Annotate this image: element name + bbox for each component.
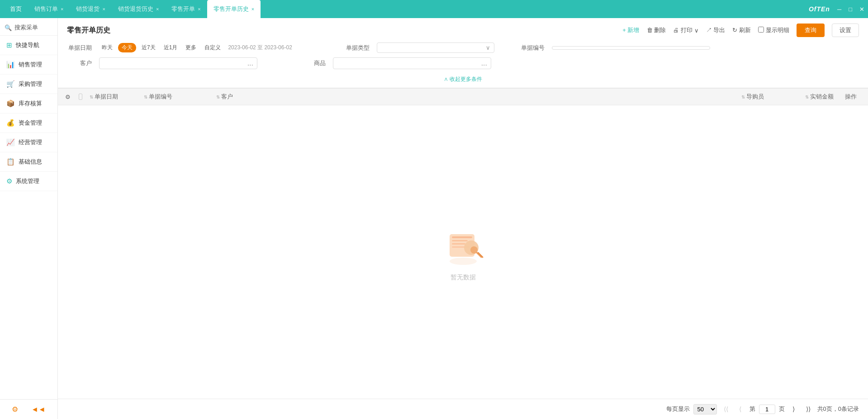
- current-page-input[interactable]: [759, 405, 775, 414]
- sidebar-item-system[interactable]: ⚙系统管理: [0, 172, 57, 191]
- table-header: ⚙ ⇅ 单据日期 ⇅ 单据编号 ⇅ 客户 ⇅ 导购员: [58, 88, 868, 105]
- sidebar-label-inventory: 库存核算: [19, 99, 42, 108]
- maximize-btn[interactable]: □: [849, 6, 852, 13]
- sidebar-item-inventory[interactable]: 📦库存核算: [0, 94, 57, 113]
- tab-close-sales-return[interactable]: ×: [102, 6, 105, 12]
- th-guide[interactable]: ⇅ 导购员: [738, 93, 783, 101]
- sidebar-settings-icon[interactable]: ⚙: [12, 405, 18, 414]
- sidebar-icon-inventory: 📦: [6, 99, 15, 108]
- add-button[interactable]: + 新增: [622, 26, 639, 34]
- sidebar-label-purchase-mgmt: 采购管理: [19, 80, 42, 88]
- sidebar-search[interactable]: 🔍 搜索采单: [0, 18, 57, 36]
- prev-page-btn[interactable]: ⟨: [735, 404, 746, 414]
- delete-button[interactable]: 🗑 删除: [647, 26, 666, 34]
- tab-close-sales-order[interactable]: ×: [61, 6, 63, 12]
- per-page-select[interactable]: 50 10 20 100: [693, 404, 717, 414]
- tab-sales-return[interactable]: 销货退货×: [70, 0, 111, 18]
- sidebar-icon-finance: 💰: [6, 119, 15, 127]
- per-page-label: 每页显示: [666, 405, 690, 413]
- sidebar-label-system: 系统管理: [16, 177, 39, 185]
- sidebar-item-purchase-mgmt[interactable]: 🛒采购管理: [0, 75, 57, 94]
- minimize-btn[interactable]: ─: [837, 6, 841, 13]
- table-area: ⚙ ⇅ 单据日期 ⇅ 单据编号 ⇅ 客户 ⇅ 导购员: [58, 88, 868, 399]
- th-sn[interactable]: ⇅ 单据编号: [140, 93, 213, 101]
- tab-sales-order[interactable]: 销售订单×: [28, 0, 70, 18]
- sort-icon-customer: ⇅: [216, 94, 220, 99]
- sidebar-item-quick-nav[interactable]: ⊞快捷导航: [0, 36, 57, 55]
- bill-no-input[interactable]: [552, 46, 710, 50]
- sort-icon-guide: ⇅: [741, 94, 745, 99]
- tab-retail-open-history[interactable]: 零售开单历史×: [207, 0, 261, 18]
- svg-rect-4: [452, 243, 465, 245]
- pagination: 每页显示 50 10 20 100 ⟨⟨ ⟨ 第 页 ⟩ ⟩⟩ 共0页，0条记录: [58, 399, 868, 419]
- export-button[interactable]: ↗ 导出: [706, 26, 726, 34]
- tab-close-retail-open-history[interactable]: ×: [251, 6, 254, 12]
- th-amount[interactable]: ⇅ 实销金额: [783, 93, 837, 101]
- svg-rect-2: [452, 236, 472, 238]
- date-opt-today[interactable]: 今天: [118, 43, 136, 52]
- sidebar-icon-purchase-mgmt: 🛒: [6, 80, 15, 88]
- th-sn-label: 单据编号: [149, 93, 172, 101]
- close-btn[interactable]: ✕: [859, 6, 864, 13]
- page-label: 页: [779, 405, 785, 413]
- th-action: 操作: [837, 93, 864, 101]
- tab-sales-return-history[interactable]: 销货退货历史×: [112, 0, 165, 18]
- next-page-btn[interactable]: ⟩: [788, 404, 799, 414]
- collapse-bar[interactable]: ∧ 收起更多条件: [67, 74, 859, 88]
- sidebar-icon-system: ⚙: [6, 177, 12, 185]
- date-label: 单据日期: [67, 44, 92, 52]
- th-setting[interactable]: ⚙: [62, 94, 75, 100]
- sidebar-label-sales-mgmt: 销售管理: [19, 61, 42, 69]
- sort-icon-date: ⇅: [90, 94, 93, 99]
- sidebar-icon-basic-info: 📋: [6, 158, 15, 166]
- tab-home[interactable]: 首页: [4, 0, 28, 18]
- sidebar-item-sales-mgmt[interactable]: 📊销售管理: [0, 55, 57, 75]
- first-page-btn[interactable]: ⟨⟨: [721, 404, 731, 414]
- th-date[interactable]: ⇅ 单据日期: [86, 93, 140, 101]
- tab-close-retail-open[interactable]: ×: [198, 6, 200, 12]
- header-checkbox[interactable]: [79, 94, 82, 100]
- tab-close-sales-return-history[interactable]: ×: [156, 6, 159, 12]
- date-opt-custom[interactable]: 自定义: [202, 43, 223, 52]
- last-page-btn[interactable]: ⟩⟩: [803, 404, 814, 414]
- date-opt-1month[interactable]: 近1月: [161, 43, 180, 52]
- sidebar-item-basic-info[interactable]: 📋基础信息: [0, 152, 57, 172]
- bill-no-label: 单据编号: [520, 44, 545, 52]
- display-detail-label: 显示明细: [766, 26, 789, 34]
- query-button[interactable]: 查询: [797, 24, 825, 37]
- tab-retail-open[interactable]: 零售开单×: [165, 0, 207, 18]
- print-button[interactable]: 🖨 打印 ∨: [673, 26, 699, 34]
- customer-label: 客户: [67, 59, 92, 67]
- date-opt-yesterday[interactable]: 昨天: [99, 43, 115, 52]
- search-icon: 🔍: [5, 24, 12, 31]
- sidebar-collapse-icon[interactable]: ◄◄: [31, 405, 46, 414]
- th-checkbox[interactable]: [75, 94, 86, 100]
- customer-input[interactable]: ...: [99, 57, 257, 69]
- refresh-button[interactable]: ↻ 刷新: [732, 26, 751, 34]
- total-text: 共0页，0条记录: [817, 405, 859, 413]
- sidebar-search-label: 搜索采单: [14, 24, 38, 32]
- brand-text: OfTEn: [809, 5, 830, 13]
- content-area: 零售开单历史 + 新增 🗑 删除 🖨 打印 ∨ ↗ 导出 ↻ 刷新 显示明细 查…: [58, 18, 868, 419]
- page-word: 第: [749, 405, 755, 413]
- goods-label: 商品: [301, 59, 326, 67]
- sidebar-icon-business: 📈: [6, 138, 15, 146]
- sidebar-item-finance[interactable]: 💰资金管理: [0, 113, 57, 133]
- goods-expand-icon[interactable]: ...: [481, 59, 487, 67]
- empty-state: 暂无数据: [58, 105, 868, 399]
- date-opt-more[interactable]: 更多: [183, 43, 199, 52]
- sidebar-item-business[interactable]: 📈经营管理: [0, 133, 57, 152]
- display-detail-checkbox[interactable]: [758, 27, 764, 34]
- sidebar-label-finance: 资金管理: [19, 119, 42, 127]
- setting-button[interactable]: 设置: [832, 24, 859, 37]
- filter-row-2: 客户 ... 商品 ...: [67, 57, 859, 69]
- sort-icon-amount: ⇅: [805, 94, 809, 99]
- display-detail-toggle[interactable]: 显示明细: [758, 26, 789, 34]
- th-date-label: 单据日期: [95, 93, 118, 101]
- bill-type-select[interactable]: ∨: [377, 42, 494, 53]
- goods-input[interactable]: ...: [333, 57, 491, 69]
- filter-area: 单据日期 昨天 今天 近7天 近1月 更多 自定义 2023-06-02 至 2…: [67, 42, 859, 88]
- date-opt-7days[interactable]: 近7天: [139, 43, 158, 52]
- th-customer[interactable]: ⇅ 客户: [213, 93, 738, 101]
- customer-expand-icon[interactable]: ...: [247, 59, 253, 67]
